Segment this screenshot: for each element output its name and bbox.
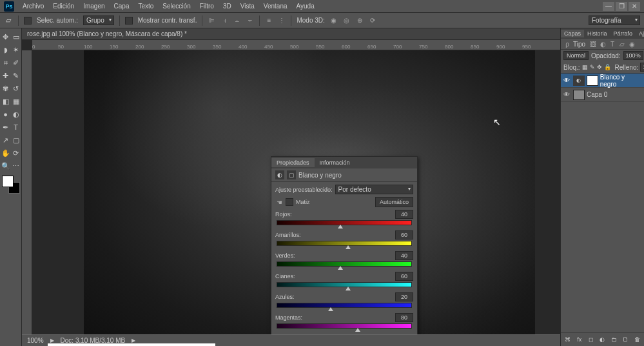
eraser-tool-icon[interactable]: ◧ (1, 97, 10, 106)
lock-all-icon[interactable]: 🔒 (604, 63, 611, 72)
blend-mode-select[interactable]: Normal (563, 51, 589, 60)
hand-tool-icon[interactable]: ✋ (1, 148, 10, 158)
slider-thumb[interactable] (355, 328, 360, 332)
crop-tool-icon[interactable]: ⌗ (1, 58, 10, 67)
menu-capa[interactable]: Capa (110, 1, 134, 11)
fx-icon[interactable]: fx (575, 335, 584, 344)
slider-value-input[interactable]: 80 (395, 313, 413, 322)
filter-icon[interactable]: ρ (563, 40, 571, 48)
panel-tab-ajustes[interactable]: Ajustes (636, 30, 644, 37)
zoom-tool-icon[interactable]: 🔍 (1, 161, 10, 170)
align-icon[interactable]: ⊫ (208, 17, 215, 25)
adjustment-icon[interactable]: ◐ (598, 335, 607, 344)
3d-icon[interactable]: ⊕ (356, 17, 364, 25)
stamp-tool-icon[interactable]: ✾ (1, 84, 10, 93)
panel-tab-historia[interactable]: Historia (584, 30, 610, 37)
filter-kind-icon[interactable]: ◐ (599, 40, 607, 48)
menu-texto[interactable]: Texto (133, 1, 158, 11)
visibility-toggle[interactable]: 👁 (562, 91, 571, 98)
tab-properties[interactable]: Propiedades (271, 158, 315, 167)
close-button[interactable]: ✕ (629, 2, 640, 11)
panel-tab-párrafo[interactable]: Párrafo (610, 30, 636, 37)
distribute-icon[interactable]: ⋮ (278, 17, 286, 25)
marquee-tool-icon[interactable]: ▭ (12, 32, 21, 41)
layer-item[interactable]: 👁◐Blanco y negro (561, 74, 644, 88)
tab-information[interactable]: Información (315, 158, 355, 167)
mask-icon[interactable]: ◻ (587, 335, 596, 344)
slider-track[interactable] (277, 261, 412, 268)
visibility-toggle[interactable]: 👁 (562, 77, 571, 84)
align-icon[interactable]: ⫞ (220, 17, 228, 25)
show-transform-checkbox[interactable] (125, 17, 133, 25)
slider-value-input[interactable]: 40 (395, 210, 413, 219)
delete-icon[interactable]: 🗑 (632, 335, 641, 344)
maximize-button[interactable]: ❐ (616, 2, 627, 11)
filter-kind-icon[interactable]: T (609, 40, 616, 48)
auto-select-checkbox[interactable] (24, 17, 32, 25)
slider-thumb[interactable] (346, 287, 351, 290)
slider-track[interactable] (277, 282, 412, 289)
pen-tool-icon[interactable]: ✒ (1, 123, 10, 132)
slider-thumb[interactable] (328, 307, 333, 311)
move-tool-icon[interactable]: ▱ (4, 16, 13, 25)
menu-ventana[interactable]: Ventana (259, 1, 292, 11)
auto-button[interactable]: Automático (375, 197, 413, 207)
3d-icon[interactable]: ◎ (343, 17, 351, 25)
canvas[interactable]: ↖ Propiedades Información ◐ ▢ Blanco y n… (32, 50, 560, 334)
slider-value-input[interactable]: 20 (395, 292, 413, 301)
3d-icon[interactable]: ◉ (330, 17, 338, 25)
align-icon[interactable]: ⫟ (246, 17, 254, 25)
slider-thumb[interactable] (338, 225, 343, 229)
layer-item[interactable]: 👁Capa 0 (561, 88, 644, 102)
move-tool-icon[interactable]: ✥ (1, 32, 10, 41)
color-swatches[interactable] (2, 176, 20, 194)
document-tab[interactable]: rose.jpg al 100% (Blanco y negro, Máscar… (22, 28, 560, 40)
minimize-button[interactable]: — (603, 2, 614, 11)
lasso-tool-icon[interactable]: ◗ (1, 45, 10, 54)
slider-value-input[interactable]: 40 (395, 251, 413, 260)
quick-select-tool-icon[interactable]: ✶ (12, 45, 21, 54)
slider-thumb[interactable] (346, 245, 351, 249)
slider-track[interactable] (277, 323, 412, 330)
triangle-icon[interactable]: ▶ (132, 338, 135, 343)
menu-filtro[interactable]: Filtro (195, 1, 219, 11)
triangle-icon[interactable]: ▶ (50, 338, 54, 343)
brush-tool-icon[interactable]: ✎ (12, 71, 21, 80)
preset-select[interactable]: Por defecto (335, 185, 413, 194)
slider-track[interactable] (277, 241, 412, 247)
new-layer-icon[interactable]: 🗋 (621, 335, 630, 344)
shape-tool-icon[interactable]: ▢ (12, 136, 21, 145)
menu-3d[interactable]: 3D (219, 1, 236, 11)
slider-value-input[interactable]: 60 (395, 272, 413, 281)
blur-tool-icon[interactable]: ● (1, 110, 10, 119)
path-tool-icon[interactable]: ↗ (1, 136, 10, 145)
slider-track[interactable] (277, 220, 412, 227)
3d-icon[interactable]: ⟳ (369, 17, 376, 25)
zoom-level[interactable]: 100% (27, 337, 44, 344)
lock-position-icon[interactable]: ✥ (597, 63, 602, 72)
slider-thumb[interactable] (338, 266, 343, 270)
history-brush-tool-icon[interactable]: ↺ (12, 84, 21, 93)
workspace-selector[interactable]: Fotografía (589, 15, 640, 25)
filter-kind-icon[interactable]: ▱ (618, 40, 626, 48)
filter-toggle-icon[interactable]: ◉ (628, 40, 636, 48)
gradient-tool-icon[interactable]: ▦ (12, 97, 21, 106)
menu-edición[interactable]: Edición (48, 1, 79, 11)
filter-kind-icon[interactable]: 🖼 (589, 40, 597, 48)
distribute-icon[interactable]: ≡ (265, 17, 273, 25)
panel-tab-capas[interactable]: Capas (561, 30, 584, 37)
eyedropper-tool-icon[interactable]: ✐ (12, 58, 21, 67)
auto-select-target[interactable]: Grupo (83, 15, 114, 25)
menu-selección[interactable]: Selección (158, 1, 195, 11)
hand-icon[interactable]: ☚ (275, 198, 283, 206)
dodge-tool-icon[interactable]: ◐ (12, 110, 21, 119)
slider-value-input[interactable]: 60 (395, 230, 413, 239)
menu-imagen[interactable]: Imagen (79, 1, 109, 11)
type-tool-icon[interactable]: T (12, 123, 21, 132)
menu-archivo[interactable]: Archivo (18, 1, 48, 11)
slider-track[interactable] (277, 303, 412, 309)
menu-vista[interactable]: Vista (236, 1, 259, 11)
lock-pixels-icon[interactable]: ✎ (590, 63, 595, 72)
link-icon[interactable]: ⌘ (563, 335, 572, 344)
foreground-swatch[interactable] (2, 176, 14, 187)
